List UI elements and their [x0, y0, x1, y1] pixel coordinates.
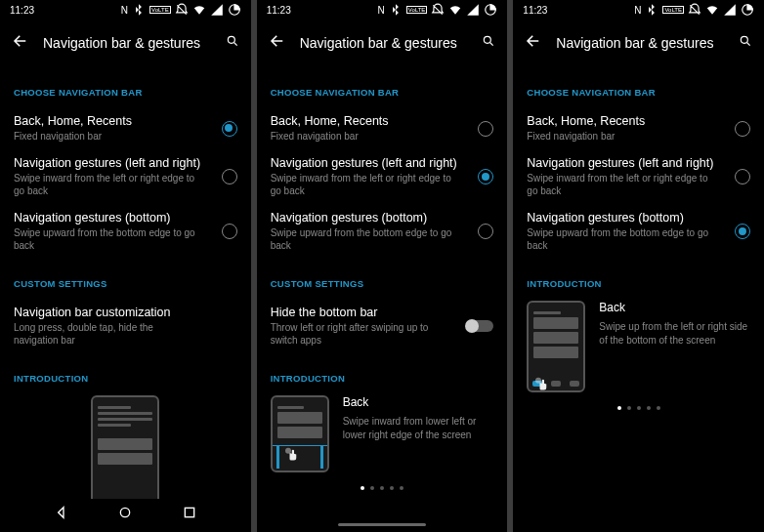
section-choose-nav: CHOOSE NAVIGATION BAR	[14, 87, 237, 98]
dot-icon	[627, 406, 631, 410]
dot-icon	[390, 486, 394, 490]
option-gestures-bottom[interactable]: Navigation gestures (bottom) Swipe upwar…	[14, 204, 237, 259]
radio-icon[interactable]	[478, 224, 493, 239]
nav-home-icon[interactable]	[117, 505, 133, 524]
section-choose-nav: CHOOSE NAVIGATION BAR	[527, 87, 750, 98]
dnd-icon	[688, 3, 701, 17]
page-title: Navigation bar & gestures	[556, 35, 725, 51]
phone-illustration-icon	[527, 301, 585, 392]
option-subtitle: Throw left or right after swiping up to …	[271, 321, 456, 347]
wifi-icon	[705, 3, 719, 17]
nav-back-icon[interactable]	[54, 505, 69, 524]
intro-description: Swipe inward from lower left or lower ri…	[343, 415, 494, 442]
option-navbar-customization[interactable]: Navigation bar customization Long press,…	[14, 299, 237, 353]
clock: 11:23	[267, 5, 291, 16]
option-title: Back, Home, Recents	[527, 114, 735, 128]
status-bar: 11:23 N VoLTE	[513, 0, 764, 19]
radio-icon[interactable]	[478, 169, 493, 184]
screenshot-3: 11:23 N VoLTE Navigation bar & gestures …	[513, 0, 764, 532]
search-icon[interactable]	[482, 34, 495, 52]
option-subtitle: Swipe inward from the left or right edge…	[271, 172, 456, 197]
option-subtitle: Swipe upward from the bottom edge to go …	[271, 226, 456, 252]
svg-point-5	[485, 36, 491, 43]
option-subtitle: Swipe inward from the left or right edge…	[14, 172, 199, 197]
phone-illustration-icon	[271, 395, 329, 472]
clock: 11:23	[523, 5, 547, 16]
radio-icon[interactable]	[222, 224, 237, 239]
intro-title: Back	[599, 301, 750, 314]
content-area: CHOOSE NAVIGATION BAR Back, Home, Recent…	[257, 67, 508, 523]
status-bar: 11:23 N VoLTE	[0, 0, 251, 19]
search-icon[interactable]	[226, 34, 239, 52]
section-custom: CUSTOM SETTINGS	[14, 278, 237, 289]
intro-illustration: Back Swipe inward from lower left or low…	[271, 395, 494, 472]
radio-icon[interactable]	[222, 169, 237, 184]
intro-illustration	[14, 395, 237, 499]
option-back-home-recents[interactable]: Back, Home, Recents Fixed navigation bar	[271, 107, 494, 149]
phone-illustration-icon	[91, 395, 159, 499]
option-gestures-bottom[interactable]: Navigation gestures (bottom) Swipe upwar…	[527, 204, 750, 259]
option-gestures-lr[interactable]: Navigation gestures (left and right) Swi…	[271, 149, 494, 204]
dot-icon	[361, 486, 364, 490]
wifi-icon	[192, 3, 206, 17]
intro-description: Swipe up from the left or right side of …	[599, 320, 750, 348]
radio-icon[interactable]	[735, 169, 750, 184]
status-icons: N VoLTE	[378, 3, 498, 17]
battery-icon	[741, 3, 754, 17]
nav-recents-icon[interactable]	[182, 505, 197, 524]
option-title: Navigation gestures (bottom)	[14, 211, 222, 225]
option-title: Navigation bar customization	[14, 306, 237, 319]
status-bar: 11:23 N VoLTE	[257, 0, 508, 19]
option-subtitle: Fixed navigation bar	[527, 130, 712, 143]
intro-illustration: Back Swipe up from the left or right sid…	[527, 301, 750, 392]
dot-icon	[380, 486, 384, 490]
signal-icon	[723, 3, 737, 17]
option-title: Navigation gestures (left and right)	[14, 156, 222, 170]
back-icon[interactable]	[269, 32, 286, 54]
radio-icon[interactable]	[735, 121, 750, 137]
bluetooth-icon	[645, 3, 658, 17]
content-area: CHOOSE NAVIGATION BAR Back, Home, Recent…	[0, 67, 251, 499]
nfc-icon: N	[121, 5, 128, 16]
option-subtitle: Swipe inward from the left or right edge…	[527, 172, 712, 197]
bluetooth-icon	[132, 3, 146, 17]
svg-point-8	[741, 36, 747, 43]
option-subtitle: Swipe upward from the bottom edge to go …	[14, 226, 199, 252]
option-gestures-bottom[interactable]: Navigation gestures (bottom) Swipe upwar…	[271, 204, 494, 259]
gesture-handle[interactable]	[338, 523, 426, 526]
option-back-home-recents[interactable]: Back, Home, Recents Fixed navigation bar	[527, 107, 750, 149]
radio-icon[interactable]	[735, 224, 750, 239]
radio-icon[interactable]	[478, 121, 493, 137]
content-area: CHOOSE NAVIGATION BAR Back, Home, Recent…	[513, 67, 764, 532]
back-icon[interactable]	[12, 32, 29, 54]
radio-icon[interactable]	[222, 121, 237, 137]
svg-point-6	[285, 448, 291, 454]
toggle-switch[interactable]	[466, 320, 493, 332]
status-icons: N VoLTE	[634, 3, 754, 17]
pager-dots	[271, 486, 494, 490]
dot-icon	[400, 486, 403, 490]
hand-gesture-icon	[532, 377, 550, 394]
pager-dots	[527, 406, 750, 410]
battery-icon	[484, 3, 497, 17]
signal-icon	[466, 3, 480, 17]
search-icon[interactable]	[739, 34, 752, 52]
status-icons: N VoLTE	[121, 3, 241, 17]
option-subtitle: Swipe upward from the bottom edge to go …	[527, 226, 712, 252]
back-icon[interactable]	[525, 32, 542, 54]
option-title: Navigation gestures (left and right)	[527, 156, 735, 170]
volte-icon: VoLTE	[406, 6, 428, 14]
dot-icon	[647, 406, 651, 410]
option-gestures-lr[interactable]: Navigation gestures (left and right) Swi…	[527, 149, 750, 204]
svg-rect-3	[185, 508, 193, 516]
option-back-home-recents[interactable]: Back, Home, Recents Fixed navigation bar	[14, 107, 237, 149]
option-hide-bottom-bar[interactable]: Hide the bottom bar Throw left or right …	[271, 299, 494, 353]
option-subtitle: Fixed navigation bar	[271, 130, 456, 143]
dot-icon	[657, 406, 660, 410]
intro-title: Back	[343, 395, 494, 409]
dot-icon	[370, 486, 374, 490]
option-gestures-lr[interactable]: Navigation gestures (left and right) Swi…	[14, 149, 237, 204]
screenshot-2: 11:23 N VoLTE Navigation bar & gestures …	[257, 0, 508, 532]
dnd-icon	[431, 3, 445, 17]
dot-icon	[617, 406, 621, 410]
